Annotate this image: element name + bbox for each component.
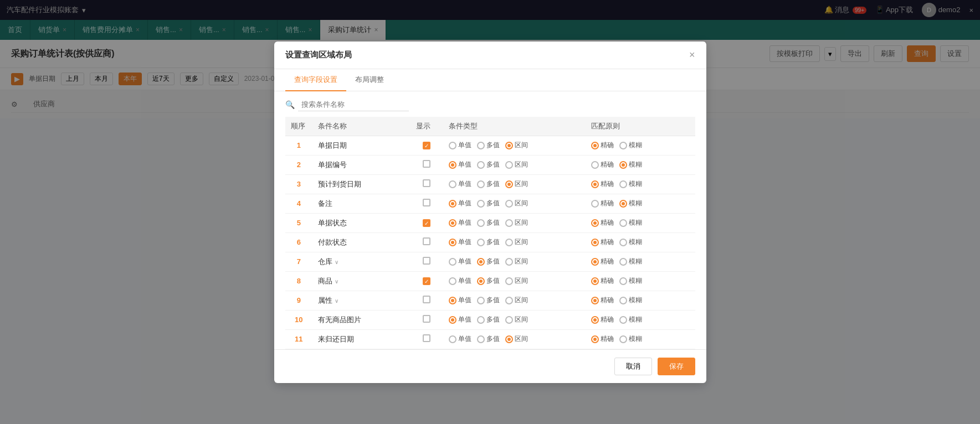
search-input[interactable] <box>298 98 409 111</box>
header-match: 匹配原则 <box>586 117 695 119</box>
header-order: 顺序 <box>285 117 313 119</box>
modal: 设置查询区域布局 × 查询字段设置 布局调整 🔍 顺序 条件名称 显示 条件类型 <box>274 42 706 119</box>
search-icon: 🔍 <box>285 100 295 109</box>
modal-search-area: 🔍 <box>274 91 706 111</box>
header-show: 显示 <box>411 117 443 119</box>
modal-overlay: 设置查询区域布局 × 查询字段设置 布局调整 🔍 顺序 条件名称 显示 条件类型 <box>0 0 980 118</box>
tab-layout-adjust[interactable]: 布局调整 <box>346 69 393 91</box>
header-type: 条件类型 <box>443 117 586 119</box>
conditions-table: 顺序 条件名称 显示 条件类型 匹配原则 1单据日期✓单值多值区间精确模糊2单据… <box>285 117 695 119</box>
modal-header: 设置查询区域布局 × <box>274 42 706 69</box>
tab-field-settings[interactable]: 查询字段设置 <box>285 69 346 91</box>
table-header: 顺序 条件名称 显示 条件类型 匹配原则 <box>285 117 695 119</box>
modal-title: 设置查询区域布局 <box>285 50 352 60</box>
modal-close-button[interactable]: × <box>689 49 695 61</box>
header-name: 条件名称 <box>312 117 411 119</box>
modal-tabs: 查询字段设置 布局调整 <box>274 69 706 91</box>
modal-table: 顺序 条件名称 显示 条件类型 匹配原则 1单据日期✓单值多值区间精确模糊2单据… <box>274 117 706 119</box>
